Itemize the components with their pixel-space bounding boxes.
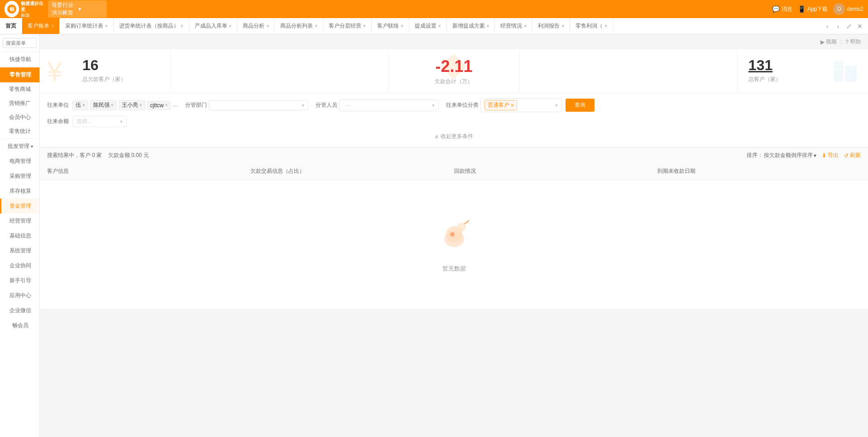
dept-filter-label: 分管部门 [185,101,207,109]
logo-text: 畅捷通好生意 标版 [21,0,45,18]
user-avatar[interactable]: D demo2 [833,3,863,15]
tag-close-cj[interactable]: × [165,103,168,108]
tab-close-icon[interactable]: × [105,24,108,28]
sidebar-item-system-mgmt[interactable]: 系统管理 [0,243,39,258]
svg-rect-7 [835,68,838,71]
stat-label-debt: 欠款合计（万） [435,78,473,86]
tag-close-chen[interactable]: × [111,103,114,108]
sidebar-item-capital-mgmt[interactable]: 资金管理 [0,199,39,214]
tab-profit-report[interactable]: 利润报告 × [532,18,570,34]
sidebar-item-retail-mgmt[interactable]: 零售管理 [0,67,39,82]
tab-close-icon[interactable]: × [315,24,317,28]
tab-close-icon[interactable]: × [401,24,403,28]
sidebar-item-marketing[interactable]: 营销推广 [0,96,39,110]
tab-purchase-order[interactable]: 采购订单统计表 × [60,18,114,34]
tab-increase-settings[interactable]: 提成设置 × [409,18,447,34]
tab-product-inbound[interactable]: 产成品入库单 × [189,18,238,34]
sidebar-item-member-center[interactable]: 会员中心 [0,110,39,124]
balance-dropdown[interactable]: 选择... ▾ [72,116,127,127]
top-right-area: 💬 消息 📱 App下载 D demo2 [772,3,863,15]
tab-close-icon[interactable]: × [51,24,54,28]
collapse-row: ∧ 收起更多条件 [47,131,861,142]
sidebar-search-input[interactable] [3,38,37,48]
tab-controls: ‹ › ⤢ ✕ [819,22,868,31]
stat-number-clients: 131 [748,57,772,74]
search-result-text: 搜索结果中，客户 0 家 欠款金额 0.00 元 [47,152,149,159]
tab-customer-account[interactable]: 客户账本 × [22,18,60,34]
tab-customer-segmentation[interactable]: 客户分层经营 × [323,18,372,34]
sidebar-item-operations-mgmt[interactable]: 经营管理 [0,214,39,228]
balance-chevron-icon: ▾ [120,119,123,125]
filter-tag-wang: 王小亮 × [119,100,145,110]
sidebar-item-basic-info[interactable]: 基础信息 [0,228,39,243]
svg-rect-5 [835,64,838,66]
sidebar-item-enterprise-wechat[interactable]: 企业微信 [0,303,39,318]
tab-product-analysis-list[interactable]: 商品分析列表 × [275,18,323,34]
mobile-icon: 📱 [798,5,806,13]
tag-close-wang[interactable]: × [139,103,142,108]
tab-purchase-stat[interactable]: 进货单统计表（按商品） × [114,18,189,34]
tab-customer-contact[interactable]: 客户联络 × [372,18,409,34]
tab-new-increase[interactable]: 新增提成方案 × [447,18,495,34]
sidebar-item-enterprise-collab[interactable]: 企业协同 [0,258,39,273]
sidebar-item-retail-mall[interactable]: 零售商城 [0,82,39,96]
sidebar-item-vip-member[interactable]: 畅会员 [0,318,39,333]
empty-text: 暂无数据 [442,265,466,273]
unit-type-label: 往来单位分类 [446,101,479,109]
stats-row: ¥ 16 总欠款客户（家） -2.11 欠款合计（万） [40,49,868,93]
filter-tag-chen: 陈民强 × [90,100,117,110]
collapse-button[interactable]: ∧ 收起更多条件 [435,131,473,142]
tab-close-icon[interactable]: × [561,24,564,28]
dept-dropdown[interactable]: ▾ [209,100,308,110]
tab-close-icon[interactable]: × [229,24,232,28]
svg-point-15 [450,232,455,237]
tab-close-icon[interactable]: × [363,24,366,28]
video-link[interactable]: ▶ 视频 [820,38,837,46]
tab-left-btn[interactable]: ‹ [823,22,832,31]
sidebar-item-purchase-mgmt[interactable]: 采购管理 [0,169,39,184]
sidebar-item-ecommerce-mgmt[interactable]: 电商管理 [0,154,39,169]
tab-right-btn[interactable]: › [834,22,843,31]
tab-close-icon[interactable]: × [266,24,269,28]
results-right-actions: 排序： 按欠款金额倒序排序 ▾ ⬇ 导出 ↺ 刷新 [747,152,861,159]
tab-close-icon[interactable]: × [524,24,527,28]
tab-retail-profit[interactable]: 零售利润（ × [570,18,613,34]
refresh-button[interactable]: ↺ 刷新 [844,152,861,159]
tab-close-icon[interactable]: × [438,24,441,28]
company-dropdown[interactable]: 母婴行业演示帐套 ▾ [48,0,107,18]
export-button[interactable]: ⬇ 导出 [822,152,839,159]
filter-row-2: 往来余额 选择... ▾ [47,116,861,127]
message-btn[interactable]: 💬 消息 [772,5,792,13]
unit-type-tag: 普通客户 × [484,100,517,110]
tab-home[interactable]: 首页 [0,18,22,34]
sidebar-item-inventory-check[interactable]: 库存核算 [0,184,39,199]
person-dropdown[interactable]: ··· ▾ [339,100,439,111]
person-dots-icon: ··· [343,101,353,109]
sidebar-item-app-center[interactable]: 应用中心 [0,288,39,303]
tab-close-icon[interactable]: × [181,24,183,28]
export-icon: ⬇ [822,152,826,159]
results-bar: 搜索结果中，客户 0 家 欠款金额 0.00 元 排序： 按欠款金额倒序排序 ▾ [40,147,868,163]
query-button[interactable]: 查询 [566,99,595,112]
sort-dropdown[interactable]: 排序： 按欠款金额倒序排序 ▾ [747,152,816,159]
sidebar-item-new-guide[interactable]: 新手引导 [0,273,39,288]
tag-close-wu[interactable]: × [82,103,85,108]
tab-expand-btn[interactable]: ⤢ [844,22,854,31]
tab-close-icon[interactable]: × [604,24,607,28]
top-bar: 畅 畅捷通好生意 标版 母婴行业演示帐套 ▾ 💬 消息 📱 App下载 D [0,0,868,18]
tab-close-all-btn[interactable]: ✕ [855,22,864,31]
data-table: 客户信息 欠款交易信息（占比） 回款情况 到期未收款日期 [40,163,868,309]
unit-type-dropdown[interactable]: 普通客户 × ▾ [480,98,562,112]
app-download-btn[interactable]: 📱 App下载 [798,5,828,13]
unit-type-tag-close[interactable]: × [511,102,514,109]
filter-tag-cj: cjttcw × [147,101,171,110]
sidebar-item-retail-stats[interactable]: 零售统计 [0,124,39,138]
sidebar-item-quick-nav[interactable]: 快捷导航 [0,52,39,67]
sidebar-item-wholesale-mgmt[interactable]: 批发管理 ▾ [0,139,39,154]
tab-close-icon[interactable]: × [487,24,489,28]
tab-business-situation[interactable]: 经营情况 × [495,18,532,34]
filter-more-btn[interactable]: ··· [173,102,178,109]
help-link[interactable]: ? 帮助 [845,38,861,46]
tab-product-analysis[interactable]: 商品分析 × [237,18,275,34]
content-area: ▶ 视频 | ? 帮助 ¥ 16 总欠款客户（家） [40,34,868,437]
